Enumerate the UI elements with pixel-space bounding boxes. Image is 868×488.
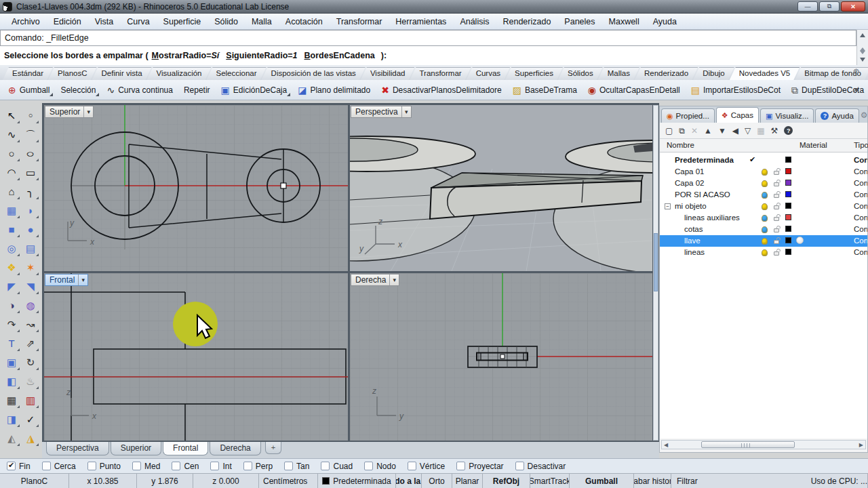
torus-icon[interactable]: ◎ [2,239,21,258]
osnap-toggle[interactable]: RefObj [483,474,530,488]
menu-item[interactable]: Vista [89,16,120,28]
layer-linetype[interactable]: Cont [854,156,867,164]
smarttrack-toggle[interactable]: SmartTrack [530,474,570,488]
scale-icon[interactable]: ⇗ [21,333,40,352]
linear-array-icon[interactable]: ▥ [21,390,40,409]
box-icon[interactable]: ■ [2,220,21,239]
toolbar-tab[interactable]: Dibujo [693,67,734,80]
checkbox[interactable] [515,462,524,470]
record-history-toggle[interactable]: Grabar historial [634,474,671,488]
menu-item[interactable]: Sólido [208,16,244,28]
minimize-button[interactable]: — [797,1,818,12]
tab-capas[interactable]: ❖ Capas [716,107,759,123]
viewport-title-frontal[interactable]: Frontal [45,274,88,286]
tab-propiedades[interactable]: ◉ Propied... [661,108,715,123]
osnap-checkbox[interactable]: Med [132,462,160,471]
toolbar-tab[interactable]: Novedades V5 [730,67,800,80]
surface-points-icon[interactable]: ▦ [2,201,21,220]
cpu-usage[interactable]: Uso de CPU: ... [811,474,868,488]
layer-linetype[interactable]: Contin [854,225,867,233]
bulb-icon[interactable] [762,180,768,187]
viewport-title-derecha[interactable]: Derecha [351,274,399,286]
layer-linetype[interactable]: Contin [854,214,867,222]
layer-row[interactable]: lineas auxiliares Contin [660,212,867,224]
checkbox[interactable] [172,462,180,470]
grid-array-icon[interactable]: ▦ [2,390,21,409]
toolbar-tab[interactable]: Disposición de las vistas [262,67,366,80]
column-header-material[interactable]: Material [800,141,827,149]
toolbar-tab[interactable]: Sólidos [558,67,603,80]
viewport-tab[interactable]: Frontal [163,442,208,455]
solid-edit-icon[interactable]: ◧ [2,371,21,390]
checkbox[interactable] [321,462,330,470]
menu-item[interactable]: Archivo [5,16,46,28]
checkbox[interactable] [456,462,465,470]
command-history-line[interactable]: Comando: _FilletEdge [0,30,856,46]
menu-item[interactable]: Curva [121,16,155,28]
viewport-title-perspectiva[interactable]: Perspectiva [351,106,412,118]
column-header-tipo[interactable]: Tipol [854,141,868,149]
menu-item[interactable]: Malla [245,16,278,28]
menu-item[interactable]: Superficie [157,16,208,28]
layer-linetype[interactable]: Contin [854,248,867,256]
fillet-curve-icon[interactable]: ╮ [21,182,40,201]
new-layer-icon[interactable]: ▢ [665,126,673,136]
layer-color-swatch[interactable] [785,191,791,197]
menu-item[interactable]: Paneles [558,16,601,28]
material-sphere-icon[interactable] [796,237,804,244]
surface-layout-icon[interactable]: ◨ [2,409,21,428]
bulb-icon[interactable] [762,238,768,245]
layer-color-swatch[interactable] [785,168,791,174]
toolbar-tab[interactable]: Renderizado [635,67,698,80]
duplicate-layer-icon[interactable]: ⧉ [679,126,685,136]
command-option[interactable]: MostrarRadio=Sí [152,51,220,60]
layer-color-swatch[interactable] [785,203,791,209]
osnap-checkbox[interactable]: Cuad [321,462,353,471]
point-icon[interactable]: ○ [21,106,40,125]
curved-surface-icon[interactable]: ◗ [21,201,40,220]
viewport-title-superior[interactable]: Superior [45,106,94,118]
spinner-down-icon[interactable] [860,51,865,54]
menu-item[interactable]: Maxwell [603,16,646,28]
toolbar-tab[interactable]: Visibilidad [361,67,415,80]
viewport-tab[interactable]: Perspectiva [46,442,109,455]
rectangle-icon[interactable]: ▭ [21,163,40,182]
panel-vertical-scrollbar[interactable] [653,105,658,441]
check-select-icon[interactable]: ✓ [21,409,40,428]
bulb-icon[interactable] [762,203,768,210]
lock-icon[interactable] [774,217,779,221]
extend-arc-icon[interactable]: ↝ [21,314,40,333]
checkbox[interactable] [243,462,252,470]
column-header-nombre[interactable]: Nombre [667,141,694,149]
x-coordinate[interactable]: x 10.385 [69,474,137,488]
toolbar-tab[interactable]: Curvas [467,67,510,80]
panel-horizontal-scrollbar[interactable] [661,440,866,449]
scroll-down-icon[interactable] [860,58,865,62]
osnap-checkbox[interactable]: Nodo [364,462,396,471]
osnap-checkbox[interactable]: Desactivar [515,462,566,471]
collapse-icon[interactable]: ◀ [732,126,738,136]
lock-icon[interactable] [774,240,779,244]
osnap-checkbox[interactable]: Tan [284,462,309,471]
toolbar-tab[interactable]: Transformar [410,67,471,80]
viewport-frontal[interactable]: z x Frontal [44,273,348,441]
viewport-tab[interactable]: Superior [111,442,161,455]
osnap-checkbox[interactable]: Proyectar [456,462,503,471]
repetir-button[interactable]: Repetir [180,83,214,97]
lock-icon[interactable] [774,228,779,232]
tab-ayuda[interactable]: ? Ayuda [815,108,859,123]
expander-icon[interactable] [665,203,671,209]
command-option[interactable]: SiguienteRadio=1 [226,51,297,60]
layer-row[interactable]: mi objeto Contin [660,201,867,212]
layer-linetype[interactable]: Contin [854,190,867,199]
toolbar-overflow-button[interactable]: » [851,84,861,94]
ortho-toggle[interactable]: Orto [422,474,452,488]
toolbar-tab[interactable]: Estándar [3,67,53,80]
lock-icon[interactable] [774,171,779,175]
polygon-icon[interactable]: ⌂ [2,182,21,201]
bulb-icon[interactable] [762,215,768,222]
active-layer-button[interactable]: Predeterminada [318,474,396,488]
viewport-tab[interactable]: Derecha [210,442,260,455]
units-button[interactable]: Centímetros [259,474,318,488]
layer-row[interactable]: POR SI ACASO Contin [660,189,867,201]
